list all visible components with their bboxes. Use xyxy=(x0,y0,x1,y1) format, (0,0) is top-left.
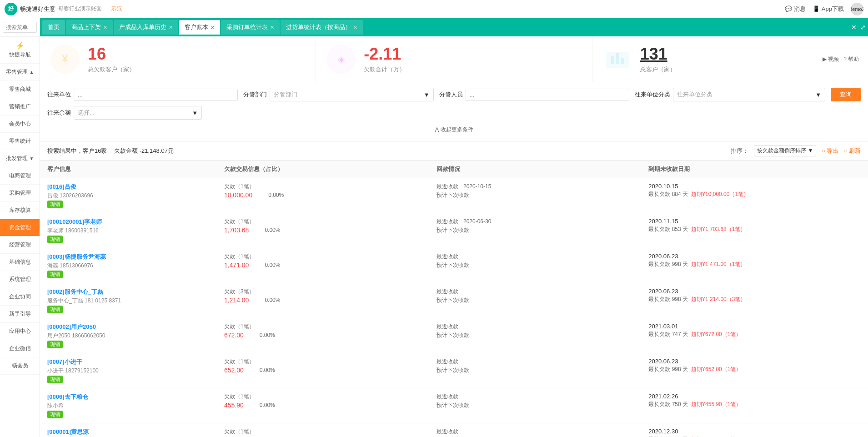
sidebar-item-batch-mgmt[interactable]: 批发管理 ▼ xyxy=(0,150,40,167)
filter-category-select[interactable]: 往来单位分类 ▼ xyxy=(673,88,825,101)
sidebar-label: 经营管理 xyxy=(9,241,31,248)
content-area: 首页 商品上下架 ✕ 产成品入库单历史 ✕ 客户账本 ✕ 采购订单统计表 ✕ xyxy=(40,18,868,437)
customer-name[interactable]: [0016]吕俊 xyxy=(47,183,224,191)
avatar[interactable]: demo2 xyxy=(851,3,863,15)
debt-count: 欠款（1笔） xyxy=(224,393,437,401)
close-all-icon[interactable]: ✕ xyxy=(851,24,857,31)
customer-name[interactable]: [000002]用户2050 xyxy=(47,323,224,331)
sidebar-label: 系统管理 xyxy=(9,276,31,282)
sidebar-item-ecommerce[interactable]: 电商管理 xyxy=(0,167,40,185)
sidebar-item-purchase[interactable]: 采购管理 xyxy=(0,185,40,202)
search-input[interactable] xyxy=(3,22,37,33)
customer-name[interactable]: [0003]畅捷服务尹海蕊 xyxy=(47,253,224,261)
filter-balance-select[interactable]: 选择... ▼ xyxy=(74,106,202,120)
tab-product-offline[interactable]: 商品上下架 ✕ xyxy=(66,20,113,35)
sidebar-item-member[interactable]: 会员中心 xyxy=(0,116,40,133)
refresh-btn[interactable]: ○ 刷新 xyxy=(844,147,861,155)
customer-name[interactable]: [000001]黄思源 xyxy=(47,428,224,436)
customer-name[interactable]: [0006]去下粮仓 xyxy=(47,393,224,401)
customer-info: [0016]吕俊 吕俊 13026203696 现销 xyxy=(47,183,224,208)
filter-category: 往来单位分类 往来单位分类 ▼ xyxy=(635,88,825,101)
sidebar-item-collab[interactable]: 企业协同 xyxy=(0,288,40,306)
tab-customer-account[interactable]: 客户账本 ✕ xyxy=(179,20,220,35)
tab-purchase-stats[interactable]: 进货单统计表（按商品） ✕ xyxy=(281,20,363,35)
next-payment: 预计下次收款 xyxy=(437,261,649,269)
filter-person-input[interactable]: ... xyxy=(466,89,630,101)
overdue-days: 最长欠款 998 天 xyxy=(648,296,688,302)
debt-info: 欠款（1笔） 672.00 0.00% xyxy=(224,323,437,340)
filter-dept-select[interactable]: 分管部门 ▼ xyxy=(270,88,434,101)
last-payment-label: 最近收款 xyxy=(437,183,458,190)
stat-info-1: 16 总欠款客户（家） xyxy=(88,45,306,74)
sort-select[interactable]: 按欠款金额倒序排序 ▼ xyxy=(754,145,816,156)
sidebar-item-basic[interactable]: 基础信息 xyxy=(0,254,40,271)
export-btn[interactable]: ○ 导出 xyxy=(822,147,838,155)
table-row: [000001]黄思源 黄思源 13552700226 现销 欠款（1笔） 42… xyxy=(40,423,868,437)
video-btn[interactable]: ▶ 视频 xyxy=(823,55,839,63)
customer-name[interactable]: [0001020001]李老师 xyxy=(47,218,224,226)
customer-name[interactable]: [0007]小进干 xyxy=(47,358,224,366)
tab-close-icon[interactable]: ✕ xyxy=(270,25,274,30)
sidebar-label: 企业协同 xyxy=(9,293,31,300)
sidebar-item-wechat[interactable]: 企业微信 xyxy=(0,340,40,357)
collapse-row[interactable]: ⋀ 收起更多条件 xyxy=(47,124,861,136)
overdue-link[interactable]: 超期¥10,000.00（1笔） xyxy=(691,191,749,197)
overdue-link[interactable]: 超期¥1,214.00（3笔） xyxy=(691,296,746,302)
filter-dept: 分管部门 分管部门 ▼ xyxy=(243,88,434,101)
sidebar-item-capital[interactable]: 资金管理 xyxy=(0,219,40,236)
next-payment: 预计下次收款 xyxy=(437,296,649,304)
help-label: 帮助 xyxy=(848,55,859,63)
search-button[interactable]: 查询 xyxy=(831,88,861,101)
sidebar-item-sys[interactable]: 系统管理 xyxy=(0,271,40,288)
stat-icon-3 xyxy=(602,43,633,75)
chevron-down-icon: ▼ xyxy=(815,91,821,98)
last-payment-label: 最近收款 xyxy=(437,428,649,436)
sidebar-item-quick-nav[interactable]: ⚡ 快捷导航 xyxy=(0,37,40,64)
tab-close-icon[interactable]: ✕ xyxy=(103,25,107,30)
tab-close-icon[interactable]: ✕ xyxy=(353,25,357,30)
sidebar-label: 快捷导航 xyxy=(9,51,31,58)
overdue-link[interactable]: 超期¥652.00（1笔） xyxy=(691,366,741,372)
help-icon: ? xyxy=(843,56,847,62)
tab-purchase-order[interactable]: 采购订单统计表 ✕ xyxy=(221,20,280,35)
sidebar-item-member-vip[interactable]: 畅会员 xyxy=(0,357,40,375)
nav-link[interactable]: 示范 xyxy=(111,5,122,13)
export-label: 导出 xyxy=(827,147,838,155)
sidebar-item-retail-mgmt[interactable]: 零售管理 ▲ xyxy=(0,64,40,81)
tab-bar: 首页 商品上下架 ✕ 产成品入库单历史 ✕ 客户账本 ✕ 采购订单统计表 ✕ xyxy=(40,18,868,36)
overdue-days: 最长欠款 998 天 xyxy=(648,366,688,372)
overdue-date: 2020.11.15 xyxy=(648,218,861,225)
customer-name[interactable]: [0002]服务中心_丁磊 xyxy=(47,288,224,296)
overdue-link[interactable]: 超期¥1,703.68（1笔） xyxy=(691,226,746,232)
stats-row: ¥ 16 总欠款客户（家） ◈ xyxy=(40,36,868,82)
customer-tag: 现销 xyxy=(47,376,63,383)
sidebar-item-marketing[interactable]: 营销推广 xyxy=(0,98,40,116)
message-btn[interactable]: 💬 消息 xyxy=(785,5,806,13)
svg-rect-5 xyxy=(611,56,614,64)
customer-info: [000001]黄思源 黄思源 13552700226 现销 xyxy=(47,428,224,437)
fullscreen-icon[interactable]: ⤢ xyxy=(860,24,866,31)
table-header: 客户信息 欠款交易信息（占比） 回款情况 到期未收款日期 xyxy=(40,161,868,178)
sidebar-item-retail-mall[interactable]: 零售商城 xyxy=(0,81,40,98)
sidebar-item-ops[interactable]: 经营管理 xyxy=(0,236,40,254)
debt-info: 欠款（1笔） 1,471.00 0.00% xyxy=(224,253,437,270)
sidebar-item-appcenter[interactable]: 应用中心 xyxy=(0,323,40,340)
tab-product-history[interactable]: 产成品入库单历史 ✕ xyxy=(114,20,178,35)
help-btn[interactable]: ? 帮助 xyxy=(843,55,859,63)
sidebar-item-retail-stats[interactable]: 零售统计 xyxy=(0,133,40,150)
overdue-link[interactable]: 超期¥1,471.00（1笔） xyxy=(691,261,746,267)
sidebar-item-inventory[interactable]: 库存核算 xyxy=(0,202,40,219)
tab-close-icon[interactable]: ✕ xyxy=(211,25,215,30)
overdue-days: 最长欠款 853 天 xyxy=(648,226,688,232)
sidebar-item-newbie[interactable]: 新手引导 xyxy=(0,306,40,323)
stat-number-debt-customers: 16 xyxy=(88,45,306,64)
overdue-link[interactable]: 超期¥455.90（1笔） xyxy=(691,401,741,407)
overdue-link[interactable]: 超期¥672.00（1笔） xyxy=(691,331,741,337)
debt-info: 欠款（1笔） 10,000.00 0.00% xyxy=(224,183,437,200)
tab-home[interactable]: 首页 xyxy=(42,20,65,35)
filter-unit-input[interactable]: ... xyxy=(74,89,238,101)
stat-label-debt-customers: 总欠款客户（家） xyxy=(88,65,306,74)
tab-close-icon[interactable]: ✕ xyxy=(169,25,173,30)
app-download-btn[interactable]: 📱 App下载 xyxy=(813,5,844,13)
data-table: 客户信息 欠款交易信息（占比） 回款情况 到期未收款日期 [0016]吕俊 吕俊… xyxy=(40,161,868,437)
